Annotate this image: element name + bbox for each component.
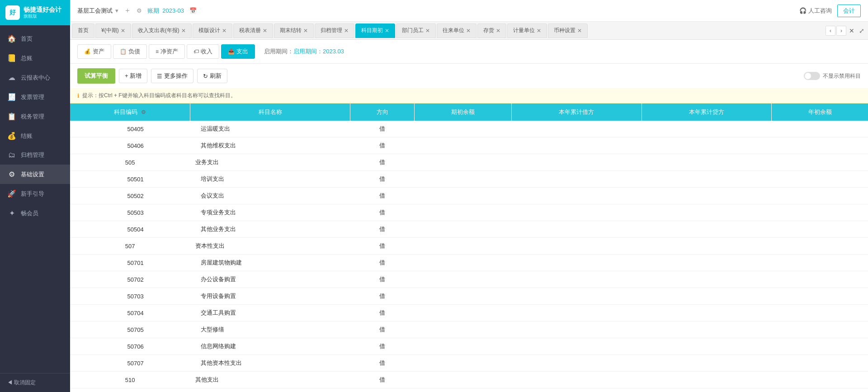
table-row[interactable]: 50502会议支出借 — [70, 188, 868, 204]
table-row[interactable]: 50503专项业务支出借 — [70, 204, 868, 221]
tab-label: 往来单位 — [443, 27, 464, 34]
close-all-tabs-button[interactable]: ✕ — [847, 26, 856, 35]
tab-归档管理[interactable]: 归档管理✕ — [315, 24, 354, 38]
table-row[interactable]: 50701房屋建筑物购建借 — [70, 255, 868, 271]
sidebar-item-ledger[interactable]: 📒总账 — [0, 48, 70, 68]
tab-label: 计量单位 — [513, 27, 535, 34]
table-row[interactable]: 50406其他维权支出借 — [70, 137, 868, 154]
sidebar-item-archive[interactable]: 🗂归档管理 — [0, 146, 70, 165]
main-content: 基层工会测试 ▾ ＋ ⚙ 账期 2023-03 📅 🎧 人工咨询 会计 首页¥(… — [70, 0, 868, 392]
收入-icon: 🏷 — [193, 48, 199, 55]
sidebar-item-tax[interactable]: 📋税务管理 — [0, 107, 70, 126]
expand-icon[interactable]: ⤢ — [857, 26, 866, 35]
toggle-control[interactable] — [804, 72, 820, 80]
table-row[interactable]: 50703专用设备购置借 — [70, 288, 868, 305]
tab-收入支出表年报[interactable]: 收入支出表(年报)✕ — [132, 24, 192, 38]
cell-name: 交通工具购置 — [190, 305, 350, 321]
add-company-button[interactable]: ＋ — [124, 6, 131, 15]
table-row[interactable]: 50504其他业务支出借 — [70, 221, 868, 238]
settings-icon[interactable]: ⚙ — [137, 7, 142, 14]
tab-label: 模版设计 — [198, 27, 220, 34]
table-header-row: 科目编码 ⚙科目名称方向期初余额本年累计借方本年累计贷方年初余额 — [70, 104, 868, 121]
close-tab-icon[interactable]: ✕ — [222, 28, 226, 34]
close-tab-icon[interactable]: ✕ — [263, 28, 267, 34]
sidebar-item-reports[interactable]: ☁云报表中心 — [0, 68, 70, 87]
calendar-icon[interactable]: 📅 — [189, 7, 197, 14]
sidebar-item-newbie[interactable]: 🚀新手引导 — [0, 184, 70, 203]
tab-往来单位[interactable]: 往来单位✕ — [437, 24, 476, 38]
cell-year-balance — [772, 204, 868, 221]
tab-期末结转[interactable]: 期末结转✕ — [274, 24, 314, 38]
cell-direction: 借 — [350, 321, 415, 338]
close-tab-icon[interactable]: ✕ — [181, 28, 186, 34]
close-tab-icon[interactable]: ✕ — [496, 28, 500, 34]
sidebar-item-member[interactable]: ✦畅会员 — [0, 203, 70, 223]
period-info: 启用期间：启用期间：2023.03 — [264, 47, 344, 56]
tab-scroll-left[interactable]: ‹ — [826, 26, 835, 36]
cell-direction: 借 — [350, 204, 415, 221]
tab-label: 归档管理 — [321, 27, 342, 34]
sidebar-item-invoice[interactable]: 🧾发票管理 — [0, 87, 70, 107]
close-tab-icon[interactable]: ✕ — [121, 28, 125, 34]
invoice-icon: 🧾 — [7, 93, 16, 101]
table-row[interactable]: 50707其他资本性支出借 — [70, 355, 868, 372]
cell-name: 办公设备购置 — [190, 271, 350, 288]
column-settings-icon[interactable]: ⚙ — [141, 109, 146, 115]
sidebar-item-checkout[interactable]: 💰结账 — [0, 126, 70, 146]
close-tab-icon[interactable]: ✕ — [425, 28, 430, 34]
table-row[interactable]: 50405运温暖支出借 — [70, 121, 868, 137]
table-row[interactable]: 507资本性支出借 — [70, 238, 868, 255]
toggle-disabled-accounts[interactable]: 不显示禁用科目 — [804, 72, 861, 80]
sub-tab-收入[interactable]: 🏷收入 — [187, 44, 219, 59]
period-value: 2023-03 — [162, 7, 184, 14]
close-tab-icon[interactable]: ✕ — [385, 28, 389, 34]
cell-ytd-credit — [642, 305, 771, 321]
table-row[interactable]: 50501培训支出借 — [70, 171, 868, 188]
role-badge[interactable]: 会计 — [837, 5, 861, 17]
chevron-down-icon: ▾ — [115, 7, 118, 14]
close-tab-icon[interactable]: ✕ — [466, 28, 471, 34]
table-row[interactable]: 50704交通工具购置借 — [70, 305, 868, 321]
refresh-button[interactable]: ↻ 刷新 — [197, 69, 227, 83]
close-tab-icon[interactable]: ✕ — [344, 28, 349, 34]
cell-direction: 借 — [350, 355, 415, 372]
info-icon: ℹ — [77, 93, 80, 99]
sub-tab-资产[interactable]: 💰资产 — [77, 44, 111, 59]
cell-year-balance — [772, 288, 868, 305]
tab-存货[interactable]: 存货✕ — [477, 24, 506, 38]
tab-首页[interactable]: 首页 — [72, 24, 94, 38]
tab-部门员工[interactable]: 部门员工✕ — [396, 24, 436, 38]
more-actions-button[interactable]: ☰ 更多操作 — [151, 69, 193, 83]
sidebar-item-settings[interactable]: ⚙基础设置 — [0, 165, 70, 184]
close-tab-icon[interactable]: ✕ — [537, 28, 541, 34]
cell-direction: 借 — [350, 137, 415, 154]
tab-计量单位[interactable]: 计量单位✕ — [507, 24, 547, 38]
tab-scroll-right[interactable]: › — [836, 26, 846, 36]
close-tab-icon[interactable]: ✕ — [577, 28, 582, 34]
table-row[interactable]: 510其他支出借 — [70, 372, 868, 388]
tab-税表清册[interactable]: 税表清册✕ — [233, 24, 273, 38]
sub-tab-净资产[interactable]: ≡净资产 — [149, 44, 185, 59]
cell-year-balance — [772, 221, 868, 238]
company-selector[interactable]: 基层工会测试 ▾ — [77, 7, 118, 15]
cell-ytd-credit — [642, 137, 771, 154]
cell-ytd-credit — [642, 271, 771, 288]
cell-opening-balance — [415, 188, 512, 204]
sub-tab-支出[interactable]: 📤支出 — [221, 44, 255, 59]
tab-科目期初[interactable]: 科目期初✕ — [355, 24, 395, 38]
table-row[interactable]: 50705大型修缮借 — [70, 321, 868, 338]
add-button[interactable]: + 新增 — [119, 69, 147, 83]
balance-button[interactable]: 试算平衡 — [77, 68, 115, 84]
tab-模版设计[interactable]: 模版设计✕ — [193, 24, 232, 38]
tab-币种设置[interactable]: 币种设置✕ — [548, 24, 588, 38]
table-row[interactable]: 505业务支出借 — [70, 154, 868, 171]
tab-中期[interactable]: ¥(中期)✕ — [95, 24, 131, 38]
sidebar-item-home[interactable]: 🏠首页 — [0, 29, 70, 48]
sub-tab-负债[interactable]: 📋负债 — [113, 44, 147, 59]
table-row[interactable]: 50706信息网络购建借 — [70, 338, 868, 355]
sidebar-footer-collapse[interactable]: ◀ 取消固定 — [0, 373, 70, 392]
cell-name: 其他支出 — [190, 372, 350, 388]
help-button[interactable]: 🎧 人工咨询 — [799, 7, 832, 15]
close-tab-icon[interactable]: ✕ — [303, 28, 308, 34]
table-row[interactable]: 50702办公设备购置借 — [70, 271, 868, 288]
